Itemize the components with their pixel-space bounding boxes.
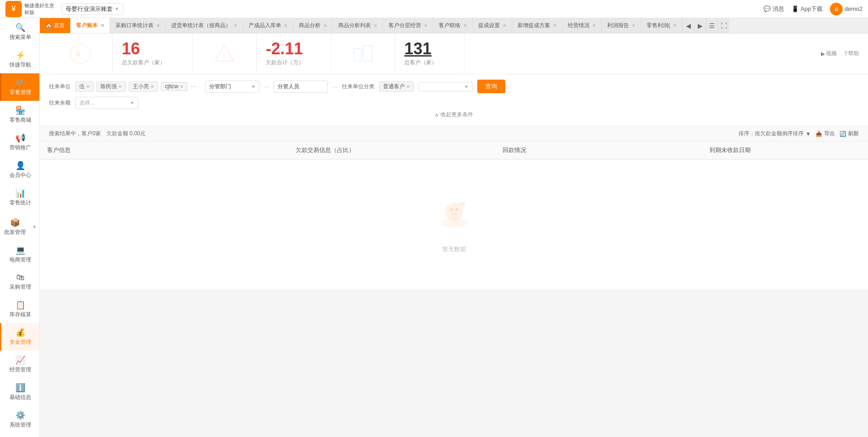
stat-total-all-customers: 131 总客户（家）	[395, 33, 465, 74]
tab-prev-button[interactable]: ◀	[682, 18, 694, 33]
filter-dept-select[interactable]: 分管部门 ▼	[205, 81, 259, 93]
sidebar-item-batch-mgmt[interactable]: 📦 批发管理 ▼	[0, 213, 39, 241]
tab-profit-report[interactable]: 利润报告 ✕	[602, 18, 641, 33]
empty-state: 暂无数据	[40, 160, 868, 290]
debt-icon: !	[211, 40, 238, 67]
svg-point-12	[463, 203, 464, 204]
stat-icon-customers: ¥	[49, 33, 113, 74]
tab-biz-status[interactable]: 经营情况 ✕	[562, 18, 602, 33]
svg-point-9	[456, 208, 458, 211]
video-button[interactable]: ▶ 视频	[821, 50, 837, 57]
tab-close-purchase-order-stats[interactable]: ✕	[156, 23, 160, 28]
tab-close-retail-profit[interactable]: ✕	[673, 23, 676, 28]
tab-close-inbound-stats[interactable]: ✕	[234, 23, 237, 28]
member-center-icon: 👤	[3, 161, 38, 171]
stat-icon-debt: !	[193, 33, 257, 74]
sidebar-item-finance-mgmt[interactable]: 💰 资金管理	[0, 323, 39, 351]
sidebar-item-quick-nav[interactable]: ⚡ 快捷导航	[0, 46, 39, 73]
filter-balance-select[interactable]: 选择... ▼	[75, 97, 139, 109]
tag-close-unit-4[interactable]: ✕	[180, 84, 183, 89]
tab-customer-balance[interactable]: 客户账本 ✕	[71, 18, 110, 33]
export-button[interactable]: 📤 导出	[815, 130, 835, 138]
sidebar-item-enterprise[interactable]: 🤝 企业协同	[0, 433, 39, 437]
tab-purchase-order-stats[interactable]: 采购订单统计表 ✕	[110, 18, 166, 33]
tab-retail-profit[interactable]: 零售利润( ✕	[641, 18, 682, 33]
tab-list-button[interactable]: ☰	[706, 18, 718, 33]
sidebar-item-retail-mgmt[interactable]: 🛒 零售管理	[0, 73, 39, 101]
retail-mall-icon: 🏪	[3, 105, 38, 115]
tab-close-biz-status[interactable]: ✕	[592, 23, 596, 28]
tab-close-customer-connect[interactable]: ✕	[463, 23, 467, 28]
home-icon: 🏠	[45, 23, 52, 29]
tab-home[interactable]: 🏠 首页	[40, 18, 71, 33]
tab-new-reminder[interactable]: 新增提成方案 ✕	[512, 18, 562, 33]
filter-unit-type-select[interactable]: ▼	[418, 82, 473, 91]
col-debt-info: 欠款交易信息（占比）	[288, 142, 495, 159]
sidebar-item-ecom-mgmt[interactable]: 💻 电商管理	[0, 241, 39, 268]
tab-reminder-settings[interactable]: 提成设置 ✕	[473, 18, 512, 33]
message-button[interactable]: 💬 消息	[763, 5, 784, 13]
tab-inbound-stats[interactable]: 进货单统计表（按商品） ✕	[166, 18, 243, 33]
store-selector[interactable]: 母婴行业演示账套 ▼	[62, 3, 123, 15]
sidebar-item-basic-info[interactable]: ℹ️ 基础信息	[0, 378, 39, 406]
filter-row-1: 往来单位 伍 ✕ 陈民强 ✕ 王小亮	[49, 80, 859, 93]
collapse-up-icon: ∧	[435, 112, 439, 118]
stat-total-customers-label: 总欠款客户（家）	[122, 59, 165, 66]
sidebar-item-search-menu[interactable]: 🔍 搜索菜单	[0, 18, 39, 46]
tag-close-unit-type[interactable]: ✕	[406, 84, 410, 89]
tab-cost-inbound[interactable]: 产成品入库单 ✕	[243, 18, 293, 33]
sidebar-item-member-center[interactable]: 👤 会员中心	[0, 156, 39, 184]
app-download-button[interactable]: 📱 App下载	[791, 5, 823, 13]
filter-unit-tags: 伍 ✕ 陈民强 ✕ 王小亮 ✕	[75, 81, 196, 92]
tab-close-customer-tier[interactable]: ✕	[424, 23, 427, 28]
customer-balance-page: ¥ 16 总欠款客户（家） !	[40, 33, 868, 290]
filter-unit-label: 往来单位	[49, 83, 71, 90]
dept-more-icon[interactable]: ···	[264, 83, 269, 90]
person-more-icon[interactable]: ···	[332, 83, 337, 90]
filter-more-button[interactable]: ···	[190, 82, 196, 90]
sidebar-item-inventory[interactable]: 📋 库存核算	[0, 295, 39, 323]
stat-total-all-customers-number: 131	[404, 41, 437, 57]
result-bar: 搜索结果中，客户0家 欠款金额 0.00元 排序：按欠款金额倒序排序 ▼ 📤 导…	[40, 126, 868, 142]
tab-close-profit-report[interactable]: ✕	[632, 23, 635, 28]
export-icon: 📤	[815, 131, 822, 137]
stat-total-debt-label: 欠款合计（万）	[266, 59, 304, 66]
tag-close-unit-1[interactable]: ✕	[86, 84, 90, 89]
filter-balance-label: 往来余额	[49, 99, 71, 107]
tab-close-reminder-settings[interactable]: ✕	[503, 23, 506, 28]
tab-close-product-analysis-list[interactable]: ✕	[374, 23, 377, 28]
query-button[interactable]: 查询	[477, 80, 505, 93]
inventory-icon: 📋	[3, 300, 38, 310]
tag-close-unit-3[interactable]: ✕	[150, 84, 154, 89]
tab-expand-button[interactable]: ⛶	[718, 18, 729, 33]
refresh-button[interactable]: 🔄 刷新	[839, 130, 859, 138]
sidebar-item-sys-mgmt[interactable]: ⚙️ 系统管理	[0, 406, 39, 433]
sort-select[interactable]: 排序：按欠款金额倒序排序 ▼	[739, 130, 811, 138]
sidebar-item-purchase-mgmt[interactable]: 🛍 采购管理	[0, 268, 39, 295]
main-layout: 🔍 搜索菜单 ⚡ 快捷导航 🛒 零售管理 🏪 零售商城 📢 营销推广 👤 会员中…	[0, 18, 868, 437]
user-menu[interactable]: d demo2	[830, 3, 863, 15]
tab-customer-tier[interactable]: 客户分层经营 ✕	[383, 18, 433, 33]
ecom-mgmt-icon: 💻	[3, 245, 38, 255]
tab-bar: 🏠 首页 客户账本 ✕ 采购订单统计表 ✕ 进货单统计表（按商品） ✕ 产成品入…	[40, 18, 868, 33]
ops-mgmt-icon: 📈	[3, 355, 38, 365]
tab-customer-connect[interactable]: 客户联络 ✕	[433, 18, 473, 33]
tab-next-button[interactable]: ▶	[694, 18, 706, 33]
tab-close-cost-inbound[interactable]: ✕	[284, 23, 288, 28]
tab-close-product-analysis[interactable]: ✕	[323, 23, 327, 28]
sidebar-item-marketing[interactable]: 📢 营销推广	[0, 128, 39, 156]
sidebar-item-ops-mgmt[interactable]: 📈 经营管理	[0, 351, 39, 378]
help-icon: ?	[844, 51, 847, 57]
filter-person-select[interactable]: 分管人员	[273, 81, 328, 93]
tab-close-customer-balance[interactable]: ✕	[101, 23, 104, 28]
help-button[interactable]: ? 帮助	[844, 50, 859, 57]
tab-close-new-reminder[interactable]: ✕	[553, 23, 556, 28]
collapse-button[interactable]: ∧ 收起更多条件	[435, 109, 473, 120]
tab-product-analysis-list[interactable]: 商品分析列表 ✕	[333, 18, 383, 33]
sidebar-item-retail-mall[interactable]: 🏪 零售商城	[0, 101, 39, 128]
store-chevron-icon: ▼	[115, 6, 119, 11]
stat-icon-all-customers	[331, 33, 395, 74]
sidebar-item-retail-stats[interactable]: 📊 零售统计	[0, 184, 39, 211]
tab-product-analysis[interactable]: 商品分析 ✕	[293, 18, 333, 33]
tag-close-unit-2[interactable]: ✕	[118, 84, 122, 89]
